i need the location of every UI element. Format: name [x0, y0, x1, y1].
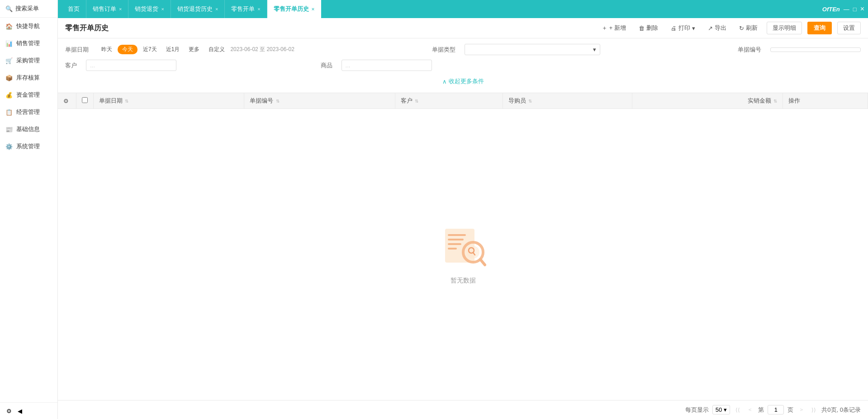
sidebar-item-label: 系统管理	[16, 142, 40, 151]
prev-page-btn[interactable]: ＜	[745, 405, 754, 414]
delete-label: 删除	[646, 24, 658, 32]
col-amount[interactable]: 实销金额 ⇅	[632, 93, 783, 109]
col-guide[interactable]: 导购员 ⇅	[503, 93, 632, 109]
sidebar-item-sales-mgmt[interactable]: 📊 销售管理	[0, 35, 57, 52]
date-btn-1month[interactable]: 近1月	[162, 45, 184, 54]
tab-sales-return-label: 销货退货	[135, 5, 158, 13]
plus-icon: ＋	[602, 24, 607, 32]
date-btn-7days[interactable]: 近7天	[139, 45, 161, 54]
tab-sales-return-history-close[interactable]: ×	[215, 6, 218, 12]
sort-icon-date: ⇅	[125, 99, 128, 104]
page-word: 第	[758, 406, 764, 414]
empty-illustration	[436, 224, 490, 269]
date-btn-yesterday[interactable]: 昨天	[98, 45, 116, 54]
last-page-btn[interactable]: ⟩⟩	[810, 406, 818, 414]
window-minimize[interactable]: —	[844, 6, 849, 13]
sidebar-item-basic-info[interactable]: 📰 基础信息	[0, 121, 57, 138]
col-checkbox	[76, 93, 93, 109]
collapse-sidebar-icon[interactable]: ◀	[16, 407, 24, 414]
window-maximize[interactable]: □	[853, 6, 857, 13]
customer-input[interactable]: ...	[86, 60, 176, 71]
svg-rect-1	[448, 234, 466, 236]
sidebar-item-inventory[interactable]: 📦 库存核算	[0, 69, 57, 86]
refresh-button[interactable]: ↻ 刷新	[735, 22, 761, 34]
tab-retail-open-history-label: 零售开单历史	[274, 5, 309, 13]
query-label: 查询	[814, 24, 825, 32]
sidebar-item-quick-nav[interactable]: 🏠 快捷导航	[0, 18, 57, 35]
date-btn-custom[interactable]: 自定义	[205, 45, 228, 54]
refresh-icon: ↻	[739, 25, 744, 32]
sidebar-item-finance[interactable]: 💰 资金管理	[0, 86, 57, 104]
tab-home-label: 首页	[68, 5, 80, 13]
date-btn-more[interactable]: 更多	[185, 45, 203, 54]
col-action-label: 操作	[788, 97, 800, 104]
per-page-label: 每页显示	[685, 406, 709, 414]
per-page-arrow: ▾	[724, 406, 727, 413]
sidebar-bottom: ⚙ ◀	[0, 402, 57, 419]
box-icon: 📦	[5, 74, 13, 81]
sidebar-item-sys-mgmt[interactable]: ⚙️ 系统管理	[0, 138, 57, 155]
export-button[interactable]: ↗ 导出	[704, 22, 730, 34]
svg-rect-4	[448, 248, 457, 250]
ops-icon: 📋	[5, 108, 13, 116]
select-all-checkbox[interactable]	[82, 97, 88, 103]
col-customer[interactable]: 客户 ⇅	[395, 93, 503, 109]
col-amount-label: 实销金额	[748, 97, 771, 104]
col-date[interactable]: 单据日期 ⇅	[93, 93, 244, 109]
col-settings: ⚙	[58, 93, 76, 109]
trash-icon: 🗑	[639, 25, 645, 32]
col-settings-icon[interactable]: ⚙	[63, 98, 69, 104]
print-button[interactable]: 🖨 打印 ▾	[667, 22, 699, 34]
settings-button[interactable]: 设置	[837, 22, 861, 34]
tab-sales-return[interactable]: 销货退货 ×	[128, 0, 171, 18]
filter-area: 单据日期 昨天 今天 近7天 近1月 更多 自定义 2023-06-02 至 2…	[58, 38, 868, 93]
total-info: 共0页, 0条记录	[821, 406, 861, 414]
col-guide-label: 导购员	[508, 97, 526, 104]
next-page-btn[interactable]: ＞	[797, 405, 806, 414]
type-select[interactable]: ▾	[465, 44, 600, 55]
refresh-label: 刷新	[746, 24, 758, 32]
content-header: 零售开单历史 ＋ + 新增 🗑 删除 🖨 打印 ▾ ↗ 导出 ↻ 刷新	[58, 18, 868, 38]
date-range-display: 2023-06-02 至 2023-06-02	[230, 46, 294, 53]
col-order-no[interactable]: 单据编号 ⇅	[244, 93, 395, 109]
delete-button[interactable]: 🗑 删除	[635, 22, 662, 34]
tab-retail-open-history-close[interactable]: ×	[312, 6, 314, 12]
tab-retail-open-history[interactable]: 零售开单历史 ×	[267, 0, 321, 18]
svg-rect-2	[448, 239, 464, 240]
tab-retail-open-close[interactable]: ×	[257, 6, 260, 12]
settings-gear-icon[interactable]: ⚙	[5, 407, 13, 414]
window-close[interactable]: ×	[860, 5, 864, 13]
tab-sales-order[interactable]: 销售订单 ×	[86, 0, 128, 18]
home-icon: 🏠	[5, 23, 13, 30]
sidebar-search-label: 搜索采单	[15, 5, 39, 13]
collapse-bar[interactable]: ∧ 收起更多条件	[65, 75, 861, 87]
customer-label: 客户	[65, 61, 77, 70]
order-no-input[interactable]	[770, 47, 861, 52]
query-button[interactable]: 查询	[807, 22, 832, 34]
tab-home[interactable]: 首页	[62, 0, 86, 18]
display-detail-button[interactable]: 显示明细	[767, 22, 802, 34]
sidebar-item-label: 库存核算	[16, 74, 40, 82]
type-select-arrow: ▾	[593, 46, 596, 53]
tab-sales-return-close[interactable]: ×	[161, 6, 164, 12]
page-number-input[interactable]	[768, 405, 784, 414]
svg-line-7	[480, 259, 485, 265]
filter-row-1: 单据日期 昨天 今天 近7天 近1月 更多 自定义 2023-06-02 至 2…	[65, 44, 861, 55]
date-btn-today[interactable]: 今天	[118, 45, 138, 54]
sidebar-item-purchase-mgmt[interactable]: 🛒 采购管理	[0, 52, 57, 69]
tab-sales-order-close[interactable]: ×	[119, 6, 122, 12]
sidebar-search[interactable]: 🔍 搜索采单	[0, 0, 57, 18]
sidebar-item-operations[interactable]: 📋 经营管理	[0, 104, 57, 121]
tab-retail-open[interactable]: 零售开单 ×	[225, 0, 267, 18]
tab-sales-return-history[interactable]: 销货退货历史 ×	[171, 0, 225, 18]
sidebar: 🔍 搜索采单 🏠 快捷导航 📊 销售管理 🛒 采购管理 📦 库存核算 💰 资金管…	[0, 0, 58, 419]
customer-placeholder: ...	[90, 62, 95, 69]
export-label: 导出	[715, 24, 726, 32]
per-page-select[interactable]: 50 ▾	[712, 405, 730, 414]
export-icon: ↗	[708, 25, 713, 32]
product-input[interactable]: ...	[342, 60, 432, 71]
toolbar: ＋ + 新增 🗑 删除 🖨 打印 ▾ ↗ 导出 ↻ 刷新 显示明细	[598, 22, 861, 34]
chart-icon: 📊	[5, 40, 13, 47]
first-page-btn[interactable]: ⟨⟨	[734, 406, 742, 414]
add-button[interactable]: ＋ + 新增	[598, 22, 630, 34]
